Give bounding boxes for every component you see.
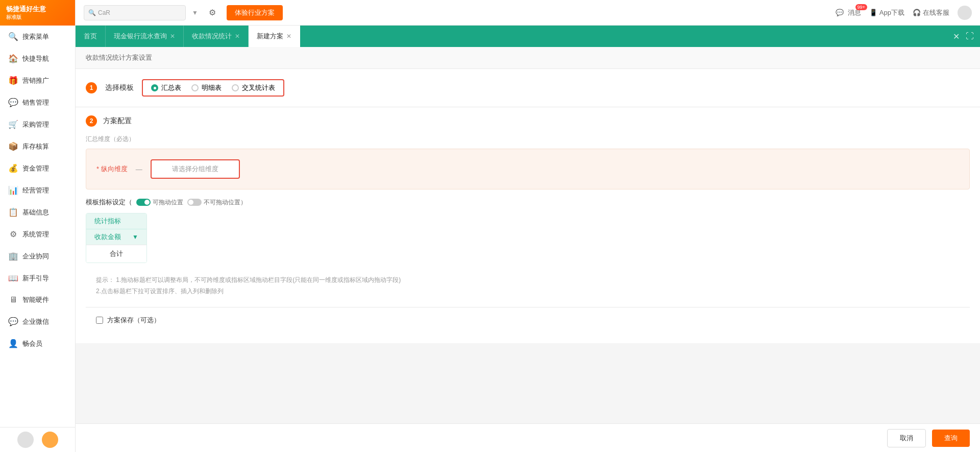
sidebar-item-quick-nav[interactable]: 🏠 快捷导航 bbox=[0, 47, 75, 69]
window-expand-button[interactable]: ⛶ bbox=[966, 32, 974, 41]
sidebar-item-label: 系统管理 bbox=[22, 230, 49, 239]
tip-line2: 2.点击标题栏下拉可设置排序、插入列和删除列 bbox=[96, 286, 960, 297]
sidebar-item-label: 企业协同 bbox=[22, 252, 49, 261]
tab-bank-flow-close[interactable]: ✕ bbox=[170, 33, 175, 40]
sidebar-item-operations[interactable]: 📊 经营管理 bbox=[0, 179, 75, 201]
finance-icon: 💰 bbox=[8, 163, 18, 173]
inventory-icon: 📦 bbox=[8, 141, 18, 151]
tab-new-plan[interactable]: 新建方案 ✕ bbox=[249, 26, 300, 47]
app-download-button[interactable]: 📱 App下载 bbox=[869, 8, 904, 17]
radio-detail[interactable]: 明细表 bbox=[191, 83, 222, 92]
gear-button[interactable]: ⚙ bbox=[204, 5, 220, 21]
dim-select-placeholder: 请选择分组维度 bbox=[172, 165, 218, 173]
window-close-button[interactable]: ✕ bbox=[953, 32, 960, 41]
step1-row: 1 选择模板 汇总表 明细表 交叉统计表 bbox=[86, 79, 970, 97]
trial-button[interactable]: 体验行业方案 bbox=[227, 5, 283, 20]
sidebar-item-enterprise[interactable]: 🏢 企业协同 bbox=[0, 245, 75, 267]
sidebar-item-label: 畅会员 bbox=[22, 339, 42, 348]
dim-select-dropdown[interactable]: 请选择分组维度 bbox=[151, 159, 240, 179]
radio-detail-circle bbox=[191, 84, 199, 91]
sidebar-item-label: 快捷导航 bbox=[22, 54, 49, 63]
page-breadcrumb: 收款情况统计方案设置 bbox=[76, 47, 980, 69]
sidebar-item-label: 库存核算 bbox=[22, 142, 49, 151]
tab-collection-stat-close[interactable]: ✕ bbox=[235, 33, 240, 40]
system-icon: ⚙ bbox=[8, 229, 18, 239]
chevron-down-icon[interactable]: ▼ bbox=[192, 9, 198, 16]
divider1 bbox=[76, 107, 980, 107]
tab-home[interactable]: 首页 bbox=[76, 26, 106, 47]
tabbar-right: ✕ ⛶ bbox=[947, 32, 980, 41]
sidebar-item-label: 采购管理 bbox=[22, 120, 49, 129]
sidebar-bottom-avatar1[interactable] bbox=[17, 432, 34, 448]
non-draggable-label: 不可拖动位置） bbox=[204, 198, 247, 207]
tips-section: 提示： 1.拖动标题栏可以调整布局，不可跨维度或指标区域拖动栏目字段(只能在同一… bbox=[86, 265, 970, 307]
dim-arrow: — bbox=[136, 165, 142, 173]
metrics-table: 统计指标 收款金额 ▼ 合计 bbox=[86, 213, 147, 263]
wechat-icon: 💬 bbox=[8, 317, 18, 326]
metrics-table-header: 统计指标 bbox=[86, 213, 146, 229]
sidebar-item-member[interactable]: 👤 畅会员 bbox=[0, 332, 75, 354]
metrics-total-cell: 合计 bbox=[86, 245, 146, 263]
guide-icon: 📖 bbox=[8, 273, 18, 283]
vertical-dim-label: * 纵向维度 bbox=[96, 164, 128, 174]
metrics-column-header[interactable]: 收款金额 ▼ bbox=[86, 229, 146, 245]
save-checkbox[interactable] bbox=[96, 317, 103, 324]
sidebar-item-label: 经营管理 bbox=[22, 186, 49, 195]
radio-summary[interactable]: 汇总表 bbox=[151, 83, 181, 92]
sidebar-item-label: 基础信息 bbox=[22, 208, 49, 217]
draggable-toggle[interactable]: 可拖动位置 bbox=[136, 198, 183, 207]
radio-cross-label: 交叉统计表 bbox=[242, 83, 275, 92]
sidebar-item-label: 营销推广 bbox=[22, 76, 49, 85]
service-button[interactable]: 🎧 在线客服 bbox=[913, 8, 949, 17]
non-draggable-toggle[interactable]: 不可拖动位置） bbox=[187, 198, 247, 207]
step1-section: 1 选择模板 汇总表 明细表 交叉统计表 bbox=[76, 69, 980, 97]
sidebar-item-system[interactable]: ⚙ 系统管理 bbox=[0, 223, 75, 245]
message-button[interactable]: 💬 99+ 消息 bbox=[836, 8, 861, 17]
bottom-action-bar: 取消 查询 bbox=[76, 423, 980, 452]
template-radio-group: 汇总表 明细表 交叉统计表 bbox=[142, 79, 284, 97]
sidebar-item-wechat[interactable]: 💬 企业微信 bbox=[0, 311, 75, 332]
message-icon: 💬 bbox=[836, 9, 844, 16]
sidebar-item-basic-info[interactable]: 📋 基础信息 bbox=[0, 201, 75, 223]
cancel-button[interactable]: 取消 bbox=[887, 429, 926, 447]
radio-cross[interactable]: 交叉统计表 bbox=[232, 83, 275, 92]
metrics-title: 模板指标设定（ bbox=[86, 198, 132, 207]
save-label: 方案保存（可选） bbox=[107, 316, 160, 325]
topbar: 🔍 CaR ▼ ⚙ 体验行业方案 💬 99+ 消息 📱 App下载 🎧 在线客服 bbox=[76, 0, 980, 26]
sidebar-bottom-avatar2[interactable] bbox=[42, 432, 58, 448]
sidebar-item-marketing[interactable]: 🎁 营销推广 bbox=[0, 69, 75, 91]
radio-cross-circle bbox=[232, 84, 239, 91]
sidebar-item-label: 销售管理 bbox=[22, 98, 49, 107]
sidebar-item-inventory[interactable]: 📦 库存核算 bbox=[0, 135, 75, 157]
tab-new-plan-close[interactable]: ✕ bbox=[286, 33, 291, 40]
dimension-box: * 纵向维度 — 请选择分组维度 bbox=[86, 149, 970, 189]
step2-label: 方案配置 bbox=[103, 116, 132, 126]
sidebar-item-smart-hw[interactable]: 🖥 智能硬件 bbox=[0, 289, 75, 311]
operations-icon: 📊 bbox=[8, 185, 18, 195]
smart-hw-icon: 🖥 bbox=[8, 295, 18, 304]
sidebar-item-sales[interactable]: 💬 销售管理 bbox=[0, 91, 75, 113]
sidebar-item-purchase[interactable]: 🛒 采购管理 bbox=[0, 113, 75, 135]
radio-summary-label: 汇总表 bbox=[161, 83, 181, 92]
query-button[interactable]: 查询 bbox=[932, 430, 970, 447]
non-draggable-toggle-dot bbox=[187, 199, 202, 206]
search-icon: 🔍 bbox=[88, 9, 96, 16]
sidebar-item-guide[interactable]: 📖 新手引导 bbox=[0, 267, 75, 289]
basic-info-icon: 📋 bbox=[8, 207, 18, 217]
chevron-down-icon: ▼ bbox=[132, 233, 138, 241]
message-badge: 99+ bbox=[855, 4, 867, 10]
sidebar-logo: 畅捷通好生意 标准版 bbox=[0, 0, 75, 26]
content-area: 收款情况统计方案设置 1 选择模板 汇总表 明细表 bbox=[76, 47, 980, 423]
dimension-section: 汇总维度（必选） * 纵向维度 — 请选择分组维度 bbox=[86, 135, 970, 189]
topbar-search-box[interactable]: 🔍 CaR bbox=[84, 5, 186, 20]
sidebar-item-finance[interactable]: 💰 资金管理 bbox=[0, 157, 75, 179]
user-avatar[interactable] bbox=[958, 6, 972, 20]
sidebar-item-search-menu[interactable]: 🔍 搜索菜单 bbox=[0, 26, 75, 47]
logo-name: 畅捷通好生意 bbox=[6, 5, 46, 14]
logo-badge: 标准版 bbox=[6, 14, 46, 21]
marketing-icon: 🎁 bbox=[8, 76, 18, 85]
member-icon: 👤 bbox=[8, 339, 18, 348]
radio-summary-circle bbox=[151, 84, 158, 91]
tab-collection-stat[interactable]: 收款情况统计 ✕ bbox=[184, 26, 249, 47]
tab-bank-flow[interactable]: 现金银行流水查询 ✕ bbox=[106, 26, 184, 47]
